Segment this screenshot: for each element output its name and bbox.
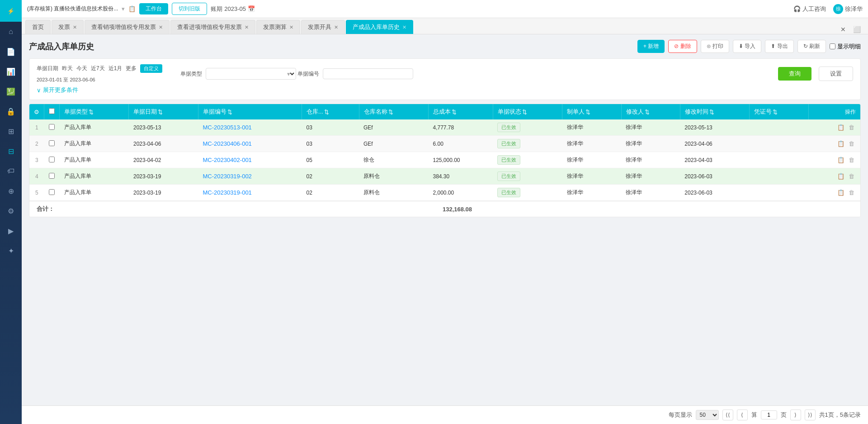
tab-sales-vat[interactable]: 查看销项增值税专用发票✕ (85, 20, 170, 34)
edit-icon-3[interactable]: 📋 (837, 173, 844, 180)
sidebar-icon-clock[interactable]: ⊕ (0, 181, 22, 201)
last-page-button[interactable]: ⟩⟩ (805, 410, 816, 420)
close-tab-purchase-vat[interactable]: ✕ (245, 24, 249, 30)
show-detail-label: 显示明细 (837, 43, 861, 51)
more-link[interactable]: 更多 (126, 65, 137, 72)
expand-more-btn[interactable]: ∨ 展开更多条件 (37, 86, 853, 94)
user-section[interactable]: 徐 徐泽华 (833, 4, 863, 14)
sidebar-icon-play[interactable]: ▶ (0, 221, 22, 241)
switch-button[interactable]: 切到旧版 (172, 3, 207, 15)
settings-icon[interactable]: ⚙ (34, 109, 39, 115)
delete-button[interactable]: ⊘ 删除 (668, 40, 697, 53)
type-filter-label: 单据类型 (180, 70, 202, 78)
th-status: 单据状态⇅ (493, 104, 562, 119)
print-button[interactable]: ⊙ 打印 (701, 40, 729, 53)
tab-open[interactable]: 发票开具✕ (301, 20, 345, 34)
row-checkbox-3[interactable] (44, 168, 60, 185)
show-detail-checkbox[interactable] (830, 43, 835, 49)
yesterday-link[interactable]: 昨天 (62, 65, 73, 72)
sidebar-icon-finance[interactable]: 💹 (0, 81, 22, 101)
sidebar-icon-home[interactable]: ⌂ (0, 22, 22, 42)
sidebar-icon-star[interactable]: ✦ (0, 241, 22, 261)
next-page-button[interactable]: ⟩ (790, 410, 801, 420)
tab-home[interactable]: 首页 (25, 20, 51, 34)
sidebar-icon-chart-bar[interactable]: 📊 (0, 62, 22, 81)
per-page-select[interactable]: 50 10 20 100 (696, 410, 719, 420)
close-tab-open[interactable]: ✕ (334, 24, 338, 30)
period-section: 账期 2023-05 📅 (211, 5, 255, 13)
import-button[interactable]: ⬇ 导入 (733, 40, 761, 53)
close-tab-calc[interactable]: ✕ (289, 24, 293, 30)
type-filter-select[interactable] (206, 68, 296, 80)
sidebar-icon-document[interactable]: 📄 (0, 42, 22, 62)
delete-icon-1[interactable]: 🗑 (849, 140, 854, 147)
sidebar-icon-settings[interactable]: ⚙ (0, 201, 22, 221)
edit-icon-1[interactable]: 📋 (837, 140, 844, 147)
setting-button[interactable]: 设置 (819, 67, 853, 81)
edit-icon-2[interactable]: 📋 (837, 157, 844, 163)
support-section[interactable]: 🎧 人工咨询 (793, 5, 826, 13)
row-status-1: 已生效 (493, 136, 562, 152)
expand-button[interactable]: ⬜ (851, 25, 863, 34)
dropdown-icon[interactable]: ▾ (122, 5, 125, 12)
row-warehouse-code-2: 05 (302, 152, 359, 168)
number-filter-input[interactable] (323, 68, 413, 79)
row-modifier-1: 徐泽华 (621, 136, 680, 152)
table-footer: 合计： 132,168.08 (29, 201, 860, 217)
close-all-button[interactable]: ✕ (839, 25, 848, 34)
app-logo[interactable]: ⚡ (0, 0, 22, 22)
tab-calc[interactable]: 发票测算✕ (256, 20, 300, 34)
last1m-link[interactable]: 近1月 (108, 65, 123, 72)
close-tab-invoice[interactable]: ✕ (73, 24, 77, 30)
row-type-1: 产品入库单 (60, 136, 129, 152)
delete-icon-4[interactable]: 🗑 (849, 189, 854, 196)
workbench-button[interactable]: 工作台 (139, 3, 168, 14)
sidebar-icon-layers[interactable]: ⊟ (0, 141, 22, 161)
first-page-button[interactable]: ⟨⟨ (722, 410, 733, 420)
sidebar-icon-badge[interactable]: 🏷 (0, 161, 22, 181)
th-warehouse-name: 仓库名称⇅ (359, 104, 428, 119)
query-button[interactable]: 查询 (778, 67, 811, 81)
show-detail-check[interactable]: 显示明细 (830, 43, 861, 51)
calendar-icon[interactable]: 📅 (248, 5, 255, 12)
table-row: 2 产品入库单 2023-04-06 MC-20230406-001 03 GE… (29, 136, 860, 152)
page-number-input[interactable] (761, 410, 777, 419)
close-tab-product-history[interactable]: ✕ (402, 24, 406, 30)
th-modifier: 修改人⇅ (621, 104, 680, 119)
refresh-button[interactable]: ↻ 刷新 (797, 40, 826, 53)
row-number-2[interactable]: MC-20230402-001 (198, 152, 302, 168)
delete-icon-2[interactable]: 🗑 (849, 157, 854, 163)
new-button[interactable]: + 新增 (637, 40, 665, 53)
row-checkbox-4[interactable] (44, 185, 60, 201)
row-voucher-4 (750, 185, 808, 201)
tab-invoice[interactable]: 发票✕ (52, 20, 84, 34)
row-number-1[interactable]: MC-20230406-001 (198, 136, 302, 152)
custom-date-button[interactable]: 自定义 (140, 64, 162, 73)
row-warehouse-name-3: 原料仓 (359, 168, 428, 185)
row-num-0: 1 (29, 119, 44, 136)
delete-icon-0[interactable]: 🗑 (849, 124, 854, 131)
row-number-0[interactable]: MC-20230513-001 (198, 119, 302, 136)
tab-product-history[interactable]: 产成品入库单历史✕ (346, 20, 413, 34)
export-button[interactable]: ⬆ 导出 (765, 40, 793, 53)
delete-icon-3[interactable]: 🗑 (849, 173, 854, 180)
select-all-checkbox[interactable] (49, 108, 55, 114)
close-tab-sales-vat[interactable]: ✕ (159, 24, 163, 30)
th-settings[interactable]: ⚙ (29, 104, 44, 119)
row-checkbox-2[interactable] (44, 152, 60, 168)
sidebar-icon-grid[interactable]: ⊞ (0, 121, 22, 141)
edit-icon-4[interactable]: 📋 (837, 189, 844, 196)
sidebar-icon-shield[interactable]: 🔒 (0, 101, 22, 121)
row-number-4[interactable]: MC-20230319-001 (198, 185, 302, 201)
period-label: 账期 (211, 5, 222, 13)
today-link[interactable]: 今天 (76, 65, 87, 72)
last7-link[interactable]: 近7天 (91, 65, 105, 72)
row-checkbox-0[interactable] (44, 119, 60, 136)
edit-icon-0[interactable]: 📋 (837, 124, 844, 131)
prev-page-button[interactable]: ⟨ (737, 410, 748, 420)
tab-purchase-vat[interactable]: 查看进项增值税专用发票✕ (170, 20, 255, 34)
row-checkbox-1[interactable] (44, 136, 60, 152)
row-voucher-2 (750, 152, 808, 168)
th-checkbox[interactable] (44, 104, 60, 119)
row-number-3[interactable]: MC-20230319-002 (198, 168, 302, 185)
